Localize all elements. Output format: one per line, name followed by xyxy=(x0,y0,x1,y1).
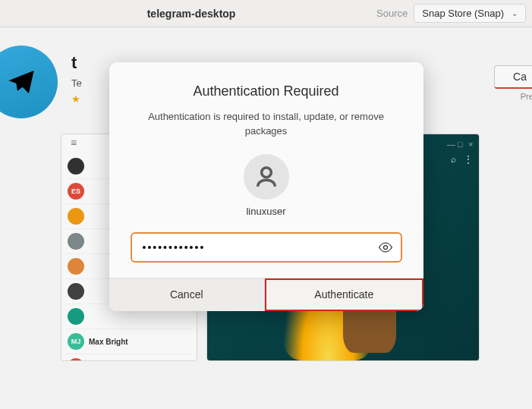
dialog-title: Authentication Required xyxy=(131,83,402,99)
username-label: linuxuser xyxy=(131,206,402,217)
svg-point-0 xyxy=(261,168,271,178)
auth-dialog: Authentication Required Authentication i… xyxy=(109,62,423,311)
cancel-button[interactable]: Cancel xyxy=(109,278,265,311)
password-input[interactable] xyxy=(131,232,402,263)
modal-overlay: Authentication Required Authentication i… xyxy=(0,0,532,409)
user-avatar-icon xyxy=(244,154,289,200)
svg-point-1 xyxy=(383,245,387,249)
reveal-password-icon[interactable] xyxy=(378,240,393,255)
dialog-message: Authentication is required to install, u… xyxy=(131,110,402,139)
dialog-actions: Cancel Authenticate xyxy=(109,278,423,311)
authenticate-button[interactable]: Authenticate xyxy=(265,278,423,311)
